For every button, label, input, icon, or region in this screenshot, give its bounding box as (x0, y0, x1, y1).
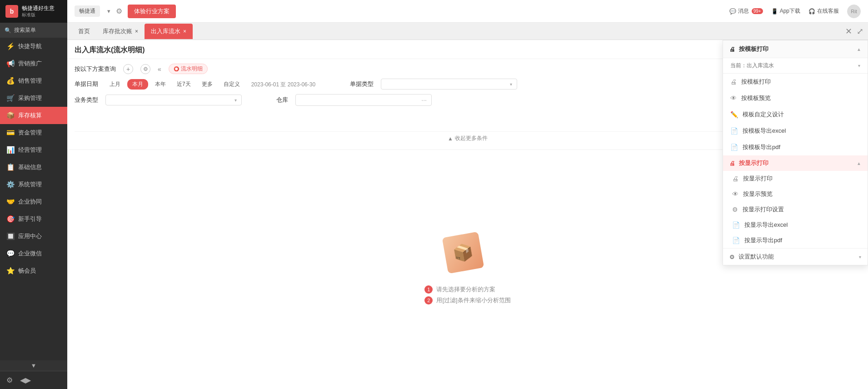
marketing-icon: 📢 (6, 60, 15, 68)
date-filter-group: 上月 本月 本年 近7天 更多 自定义 (105, 79, 244, 90)
date-range-display: 2023-06-01 至 2023-06-30 (251, 81, 315, 89)
user-display[interactable]: 畅捷通 (75, 5, 100, 17)
display-settings-item[interactable]: ⚙ 按显示打印设置 (723, 202, 868, 217)
dropdown-collapse-icon[interactable]: ▲ (857, 47, 861, 52)
biz-type-select[interactable]: ▾ (105, 95, 242, 105)
date-label: 单据日期 (75, 80, 98, 88)
date-this-month[interactable]: 本月 (127, 79, 148, 90)
tab-bar: 首页 库存批次账 × 出入库流水 × ✕ ⤢ (67, 23, 868, 40)
system-icon: ⚙️ (6, 180, 15, 189)
close-inout-flow-tab[interactable]: × (183, 28, 186, 35)
guide-icon: 🎯 (6, 215, 15, 223)
topbar-right: 💬 消息 99+ 📱 App下载 🎧 在线客服 Rit (729, 5, 861, 18)
sidebar-item-basic[interactable]: 📋 基础信息 (0, 159, 67, 176)
logo-icon: b (5, 5, 18, 18)
cooperation-icon: 🤝 (6, 198, 15, 206)
empty-icon: 📦 (445, 234, 490, 280)
close-batch-account-tab[interactable]: × (135, 28, 138, 35)
collapse-sidebar-icon[interactable]: ◀▶ (20, 376, 31, 384)
date-custom[interactable]: 自定义 (219, 79, 244, 90)
filter-add-button[interactable]: + (123, 64, 133, 74)
tab-batch-account[interactable]: 库存批次账 × (96, 24, 145, 39)
display-section-collapse[interactable]: ▲ (857, 161, 861, 166)
display-export-excel-item[interactable]: 📄 按显示导出excel (723, 217, 868, 233)
sidebar-item-guide[interactable]: 🎯 新手引导 (0, 210, 67, 228)
flow-detail-tag[interactable]: ⭕ 流水明细 (169, 64, 208, 74)
date-last-7[interactable]: 近7天 (173, 79, 195, 90)
service-icon: 🎧 (808, 8, 815, 15)
empty-steps: 1 请先选择要分析的方案 2 用[过滤]条件来缩小分析范围 (424, 285, 510, 304)
sidebar-item-inventory[interactable]: 📦 库存核算 (0, 107, 67, 124)
sidebar-item-finance[interactable]: 💳 资金管理 (0, 124, 67, 141)
sidebar: b 畅捷通好生意 标准版 🔍 搜索菜单 ⚡ 快捷导航 📢 营销推广 💰 销售管理… (0, 0, 67, 389)
page-title: 出入库流水(流水明细) (75, 45, 145, 55)
sidebar-item-system[interactable]: ⚙️ 系统管理 (0, 176, 67, 193)
default-settings-icon: ⚙ (729, 254, 735, 260)
display-preview-item[interactable]: 👁 按显示预览 (723, 186, 868, 202)
sidebar-item-app-center[interactable]: 🔲 应用中心 (0, 228, 67, 245)
template-print-item[interactable]: 🖨 按模板打印 (723, 74, 868, 90)
filter-settings-button[interactable]: ⚙ (140, 64, 150, 74)
sidebar-item-cooperation[interactable]: 🤝 企业协同 (0, 193, 67, 210)
display-export-pdf-item[interactable]: 📄 按显示导出pdf (723, 233, 868, 248)
message-btn[interactable]: 💬 消息 99+ (729, 7, 763, 15)
dropdown-footer[interactable]: ⚙ 设置默认功能 ▾ (723, 248, 868, 265)
sidebar-scroll-down[interactable]: ▼ (0, 360, 67, 371)
purchase-icon: 🛒 (6, 94, 15, 102)
template-preview-item[interactable]: 👁 按模板预览 (723, 90, 868, 106)
sidebar-logo: b 畅捷通好生意 标准版 (0, 0, 67, 23)
template-customize-icon: ✏️ (730, 111, 738, 118)
tab-home[interactable]: 首页 (72, 24, 96, 39)
template-export-pdf-item[interactable]: 📄 按模板导出pdf (723, 139, 868, 155)
biz-type-label: 业务类型 (75, 96, 98, 104)
print-panel-icon: 🖨 (729, 46, 735, 53)
date-more[interactable]: 更多 (198, 79, 217, 90)
template-customize-item[interactable]: ✏️ 模板自定义设计 (723, 106, 868, 123)
close-window-icon[interactable]: ✕ (845, 26, 852, 36)
sidebar-item-wechat[interactable]: 💬 企业微信 (0, 245, 67, 262)
online-service-btn[interactable]: 🎧 在线客服 (808, 7, 839, 15)
logo-text: 畅捷通好生意 标准版 (22, 5, 55, 18)
sidebar-item-marketing[interactable]: 📢 营销推广 (0, 55, 67, 72)
app-download-btn[interactable]: 📱 App下载 (771, 7, 800, 15)
quick-nav-icon: ⚡ (6, 42, 15, 50)
tab-inout-flow[interactable]: 出入库流水 × (145, 24, 193, 39)
avatar[interactable]: Rit (847, 5, 861, 18)
topbar: 畅捷通 ▾ ⚙ 体验行业方案 💬 消息 99+ 📱 App下载 🎧 在线客服 R… (67, 0, 868, 23)
page-content: 出入库流水(流水明细) 🖨 按模板打印 ▲ ⬇ 导出 ↻ 刷新 (67, 40, 868, 389)
sales-icon: 💰 (6, 77, 15, 85)
maximize-window-icon[interactable]: ⤢ (857, 26, 863, 36)
current-template-arrow[interactable]: ▾ (858, 63, 860, 68)
date-last-month[interactable]: 上月 (105, 79, 125, 90)
doc-type-select[interactable]: ▾ (381, 79, 517, 90)
search-menu-button[interactable]: 🔍 搜索菜单 (5, 26, 63, 34)
sidebar-nav: ⚡ 快捷导航 📢 营销推广 💰 销售管理 🛒 采购管理 📦 库存核算 💳 资金管… (0, 38, 67, 360)
topbar-settings-icon[interactable]: ⚙ (116, 7, 122, 15)
settings-icon[interactable]: ⚙ (6, 376, 13, 384)
industry-btn[interactable]: 体验行业方案 (128, 5, 176, 18)
template-export-excel-item[interactable]: 📄 按模板导出excel (723, 123, 868, 139)
warehouse-select[interactable]: ··· (295, 94, 432, 106)
display-print-icon: 🖨 (732, 175, 738, 182)
sidebar-item-quick-nav[interactable]: ⚡ 快捷导航 (0, 38, 67, 55)
message-icon: 💬 (729, 8, 736, 15)
user-dropdown-arrow[interactable]: ▾ (107, 8, 110, 15)
doc-type-dropdown-icon: ▾ (510, 82, 512, 87)
biz-type-dropdown-icon: ▾ (234, 98, 237, 103)
date-this-year[interactable]: 本年 (151, 79, 170, 90)
empty-step-2: 2 用[过滤]条件来缩小分析范围 (424, 296, 510, 304)
display-section-header: 🖨 按显示打印 ▲ (723, 155, 868, 171)
template-print-icon: 🖨 (730, 78, 737, 85)
sidebar-item-purchase[interactable]: 🛒 采购管理 (0, 90, 67, 107)
empty-step-1: 1 请先选择要分析的方案 (424, 285, 510, 294)
sidebar-item-operations[interactable]: 📊 经营管理 (0, 141, 67, 159)
doc-type-label: 单据类型 (350, 80, 374, 88)
display-print-item[interactable]: 🖨 按显示打印 (723, 171, 868, 186)
template-preview-icon: 👁 (730, 95, 737, 102)
sidebar-search[interactable]: 🔍 搜索菜单 (0, 23, 67, 38)
filter-collapse-btn[interactable]: « (158, 65, 161, 73)
warehouse-label: 仓库 (276, 96, 288, 104)
sidebar-item-member[interactable]: ⭐ 畅会员 (0, 262, 67, 279)
sidebar-item-sales[interactable]: 💰 销售管理 (0, 72, 67, 90)
wechat-icon: 💬 (6, 249, 15, 258)
